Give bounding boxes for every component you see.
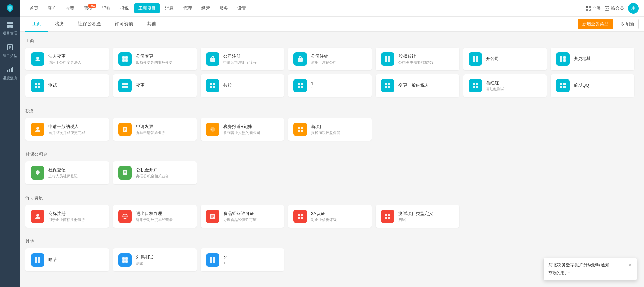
avatar[interactable]: 用 — [628, 3, 639, 14]
nav-service[interactable]: 服务 — [215, 3, 232, 13]
svg-rect-75 — [301, 130, 303, 132]
card-import-export[interactable]: 进出口权办理 适用于对外贸易经营者 — [113, 205, 197, 228]
svg-rect-62 — [563, 83, 566, 85]
notification-close[interactable]: ✕ — [628, 262, 632, 268]
svg-rect-102 — [125, 260, 128, 263]
tab-actions: 新增业务类型 刷新 — [578, 19, 639, 29]
card-frontqq[interactable]: 前期QQ — [551, 74, 634, 97]
card-apply-taxpayer[interactable]: 申请一般纳税人 当月或次月成变更完成 — [25, 118, 109, 141]
nav-tickets[interactable]: 票据 new — [80, 3, 97, 13]
card-icon-company-cancel — [293, 52, 307, 66]
card-title: 进出口权办理 — [136, 211, 173, 217]
card-social-reg[interactable]: 社保登记 进行人员社保登记 — [25, 161, 109, 184]
nav-home[interactable]: 首页 — [25, 3, 42, 13]
nav-billing[interactable]: 收费 — [62, 3, 78, 13]
svg-rect-101 — [122, 260, 125, 263]
tax-cards-grid: 申请一般纳税人 当月或次月成变更完成 申请发票 办理申请发票业务 — [25, 118, 639, 141]
tab-license[interactable]: 许可资质 — [108, 17, 140, 32]
card-open-company[interactable]: 开公司 — [463, 48, 547, 70]
vip-btn[interactable]: VIP 畅会员 — [605, 5, 624, 11]
card-company-change[interactable]: 公司变更 股权变更外的业务变更 — [113, 48, 197, 70]
sidebar-item-project-mgmt[interactable]: 项目管理 — [0, 17, 20, 39]
card-subtitle: 办理公积金相关业务 — [136, 174, 169, 179]
svg-rect-24 — [298, 58, 303, 62]
svg-rect-31 — [473, 59, 475, 62]
svg-rect-95 — [35, 257, 37, 260]
industry-section: 工商 法人变更 适用于公司变更法人 — [20, 32, 644, 97]
topnav: 首页 客户 收费 票据 new 记账 报税 工商项目 消息 管理 经营 服务 设… — [20, 0, 644, 17]
svg-rect-50 — [301, 83, 303, 85]
card-icon-new-project — [293, 123, 307, 136]
svg-rect-94 — [388, 217, 390, 219]
svg-rect-43 — [122, 86, 125, 88]
svg-point-18 — [36, 57, 39, 59]
nav-settings[interactable]: 设置 — [233, 3, 250, 13]
nav-customer[interactable]: 客户 — [44, 3, 60, 13]
card-test[interactable]: 测试 — [25, 74, 109, 97]
svg-point-65 — [36, 127, 39, 130]
card-num21[interactable]: 21 1 — [201, 248, 284, 271]
sidebar-item-label: 项目管理 — [3, 31, 17, 36]
svg-rect-64 — [563, 86, 566, 88]
nav-accounting[interactable]: 记账 — [98, 3, 115, 13]
svg-rect-39 — [35, 86, 37, 88]
card-company-cancel[interactable]: 公司注销 适用于注销公司 — [288, 48, 372, 70]
card-change-taxpayer[interactable]: 变更一般纳税人 — [376, 74, 459, 97]
tab-industry[interactable]: 工商 — [25, 17, 48, 32]
card-subtitle: 用于企业商标注册服务 — [48, 217, 85, 222]
card-title: 法人变更 — [48, 53, 82, 59]
svg-rect-63 — [560, 86, 562, 88]
nav-operation[interactable]: 经营 — [197, 3, 214, 13]
card-equity-transfer[interactable]: 股权转让 公司变更需要股权转让 — [376, 48, 459, 70]
notification-title: 河北税务数字账户升级影响通知 — [548, 262, 609, 268]
card-change-address[interactable]: 变更地址 — [551, 48, 634, 70]
svg-rect-54 — [388, 83, 390, 85]
refresh-button[interactable]: 刷新 — [616, 19, 639, 29]
card-icon-num1 — [293, 79, 307, 92]
card-company-reg[interactable]: 公司注册 申请公司注册全流程 — [201, 48, 284, 70]
fullscreen-btn[interactable]: 全屏 — [586, 5, 601, 11]
nav-tax[interactable]: 报税 — [116, 3, 133, 13]
card-3a-cert[interactable]: 3A认证 对企业信誉评级 — [288, 205, 372, 228]
card-haha[interactable]: 哈哈 — [25, 248, 109, 271]
tab-other[interactable]: 其他 — [140, 17, 163, 32]
tab-tax[interactable]: 税务 — [48, 17, 71, 32]
card-test-project-type[interactable]: 测试项目类型定义 测试 — [376, 205, 459, 228]
card-icon-change2 — [118, 79, 132, 92]
card-trademark[interactable]: 商标注册 用于企业商标注册服务 — [25, 205, 109, 228]
card-liupeng-test[interactable]: 刘鹏测试 测试 — [113, 248, 197, 271]
new-type-button[interactable]: 新增业务类型 — [578, 19, 613, 29]
card-lala[interactable]: 拉拉 — [201, 74, 284, 97]
nav-industry[interactable]: 工商项目 — [134, 3, 160, 13]
svg-rect-30 — [476, 56, 478, 59]
svg-rect-3 — [10, 25, 13, 28]
card-gehong[interactable]: 葛红红 葛红红测试 — [463, 74, 547, 97]
svg-rect-49 — [298, 83, 300, 85]
card-legal-change[interactable]: 法人变更 适用于公司变更法人 — [25, 48, 109, 70]
card-title: 公司注销 — [311, 53, 337, 59]
svg-rect-32 — [476, 59, 478, 62]
svg-rect-104 — [213, 257, 215, 260]
card-subtitle: 申请公司注册全流程 — [223, 60, 257, 65]
nav-message[interactable]: 消息 — [161, 3, 178, 13]
card-tax-report-account[interactable]: ¥ 税务报道+记账 拿到营业执照的新公司 — [201, 118, 284, 141]
card-apply-invoice[interactable]: 申请发票 办理申请发票业务 — [113, 118, 197, 141]
svg-rect-73 — [301, 127, 303, 129]
card-food-license[interactable]: 食品经营许可证 办理食品经营许可证 — [201, 205, 284, 228]
sidebar-item-progress-monitor[interactable]: 进度监测 — [0, 62, 20, 84]
svg-text:VIP: VIP — [605, 7, 609, 10]
card-num1[interactable]: 1 1 — [288, 74, 372, 97]
card-title: 申请一般纳税人 — [48, 124, 85, 130]
svg-rect-35 — [560, 59, 562, 62]
license-section-title: 许可资质 — [25, 195, 639, 201]
svg-rect-1 — [10, 22, 13, 24]
card-change2[interactable]: 变更 — [113, 74, 197, 97]
sidebar-item-project-type[interactable]: 项目类型 — [0, 39, 20, 62]
tab-social[interactable]: 社保公积金 — [71, 17, 108, 32]
card-title: 变更 — [136, 82, 145, 88]
card-new-project[interactable]: 新项目 报税加税控盘保管 — [288, 118, 372, 141]
nav-management[interactable]: 管理 — [179, 3, 196, 13]
card-icon-haha — [31, 253, 44, 267]
card-fund-open[interactable]: 公积金开户 办理公积金相关业务 — [113, 161, 197, 184]
grid-icon — [5, 20, 15, 29]
